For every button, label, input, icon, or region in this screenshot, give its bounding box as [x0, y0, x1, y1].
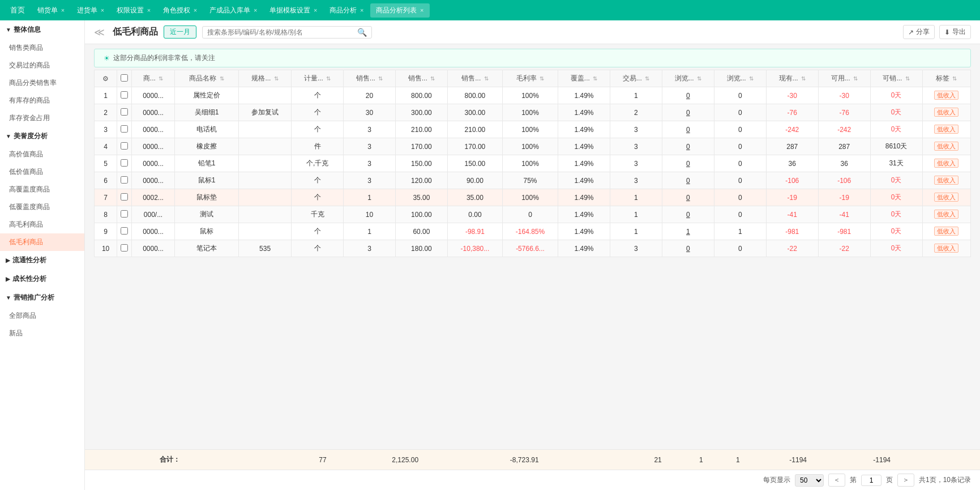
row-checkbox[interactable] [121, 108, 128, 116]
sidebar-group-marketing[interactable]: ▼ 营销推广分析 [0, 288, 84, 307]
row-view2: 0 [714, 172, 766, 189]
prev-page-btn[interactable]: ＜ [828, 474, 845, 487]
nav-permission[interactable]: 权限设置 × [111, 3, 156, 18]
next-page-btn[interactable]: ＞ [897, 474, 914, 487]
nav-goods-analysis[interactable]: 商品分析 × [324, 3, 369, 18]
row-checkbox[interactable] [121, 210, 128, 218]
row-view1[interactable]: 0 [662, 155, 714, 172]
col-coverage[interactable]: 覆盖... ⇅ [558, 70, 610, 87]
col-current-stock[interactable]: 现有... ⇅ [766, 70, 818, 87]
nav-home[interactable]: 首页 [5, 3, 31, 18]
row-checkbox[interactable] [121, 227, 128, 235]
sidebar-item-stock-fund[interactable]: 库存资金占用 [0, 109, 84, 127]
row-spec [239, 189, 292, 206]
row-sales-qty: 30 [344, 104, 396, 121]
col-settings[interactable]: ⚙ [95, 70, 117, 87]
nav-sales[interactable]: 销货单 × [32, 3, 70, 18]
col-name[interactable]: 商品名称 ⇅ [174, 70, 238, 87]
sidebar-item-high-coverage[interactable]: 高覆盖度商品 [0, 181, 84, 198]
col-trade-count[interactable]: 交易... ⇅ [610, 70, 662, 87]
arrow-icon5: ▼ [6, 295, 11, 301]
search-icon[interactable]: 🔍 [357, 28, 367, 37]
nav-template[interactable]: 单据模板设置 × [264, 3, 323, 18]
row-available-stock: -22 [818, 240, 870, 257]
row-name: 鼠标垫 [174, 189, 238, 206]
row-view1[interactable]: 0 [662, 87, 714, 104]
sidebar-item-low-coverage[interactable]: 低覆盖度商品 [0, 198, 84, 216]
nav-purchase[interactable]: 进货单 × [71, 3, 110, 18]
nav-goods-analysis-list[interactable]: 商品分析列表 × [370, 3, 429, 18]
row-checkbox[interactable] [121, 193, 128, 201]
share-icon: ↗ [908, 28, 914, 36]
col-spec[interactable]: 规格... ⇅ [239, 70, 292, 87]
row-gross-margin: 100% [502, 138, 558, 155]
table-wrapper[interactable]: ⚙ 商... ⇅ 商品名称 ⇅ 规格... ⇅ 计量... ⇅ 销售... ⇅ … [85, 70, 980, 449]
row-checkbox[interactable] [121, 91, 128, 99]
row-view1[interactable]: 0 [662, 104, 714, 121]
row-view1[interactable]: 1 [662, 223, 714, 240]
share-button[interactable]: ↗ 分享 [903, 25, 935, 39]
row-view1[interactable]: 0 [662, 121, 714, 138]
row-trade-count: 3 [610, 138, 662, 155]
row-coverage: 1.49% [558, 172, 610, 189]
date-filter-button[interactable]: 近一月 [164, 25, 196, 39]
sidebar-item-high-profit[interactable]: 高毛利商品 [0, 216, 84, 233]
row-checkbox[interactable] [121, 244, 128, 252]
per-page-select[interactable]: 50 20 100 [795, 474, 824, 487]
select-all-checkbox[interactable] [121, 74, 128, 82]
col-sales-profit[interactable]: 销售... ⇅ [447, 70, 502, 87]
export-icon: ⬇ [944, 28, 950, 36]
col-tag[interactable]: 标签 ⇅ [922, 70, 970, 87]
row-view1[interactable]: 0 [662, 240, 714, 257]
row-name: 笔记本 [174, 240, 238, 257]
row-checkbox[interactable] [121, 142, 128, 150]
col-sellable-days[interactable]: 可销... ⇅ [870, 70, 922, 87]
col-view2[interactable]: 浏览... ⇅ [714, 70, 766, 87]
row-view1[interactable]: 0 [662, 138, 714, 155]
row-checkbox[interactable] [121, 125, 128, 133]
sidebar-group-growth[interactable]: ▶ 成长性分析 [0, 270, 84, 288]
row-view1[interactable]: 0 [662, 206, 714, 223]
sidebar-item-high-value[interactable]: 高价值商品 [0, 146, 84, 163]
col-code[interactable]: 商... ⇅ [132, 70, 175, 87]
sidebar-item-sales-goods[interactable]: 销售类商品 [0, 39, 84, 57]
sidebar-item-category-rate[interactable]: 商品分类销售率 [0, 74, 84, 92]
row-checkbox[interactable] [121, 176, 128, 184]
total-info: 共1页，10条记录 [919, 475, 971, 485]
col-sales-qty[interactable]: 销售... ⇅ [344, 70, 396, 87]
header-actions: ↗ 分享 ⬇ 导出 [903, 25, 971, 39]
col-checkbox[interactable] [117, 70, 132, 87]
total-trade-count: 21 [633, 453, 683, 467]
col-view1[interactable]: 浏览... ⇅ [662, 70, 714, 87]
sidebar-item-traded-goods[interactable]: 交易过的商品 [0, 57, 84, 74]
col-gross-margin[interactable]: 毛利率 ⇅ [502, 70, 558, 87]
arrow-icon3: ▶ [6, 257, 10, 263]
search-input[interactable] [207, 28, 357, 36]
row-view1[interactable]: 0 [662, 172, 714, 189]
sidebar-collapse-btn[interactable]: ≪ [94, 26, 105, 39]
row-checkbox[interactable] [121, 159, 128, 167]
col-available-stock[interactable]: 可用... ⇅ [818, 70, 870, 87]
sidebar-group-overall[interactable]: ▼ 整体信息 [0, 20, 84, 39]
col-sales-price[interactable]: 销售... ⇅ [395, 70, 447, 87]
page-number-input[interactable] [861, 475, 881, 486]
sidebar-group-reputation[interactable]: ▼ 美誉度分析 [0, 127, 84, 146]
sidebar-group-circulation[interactable]: ▶ 流通性分析 [0, 251, 84, 270]
export-button[interactable]: ⬇ 导出 [939, 25, 971, 39]
row-code: 0000... [132, 172, 175, 189]
sidebar-item-all-goods[interactable]: 全部商品 [0, 307, 84, 325]
col-unit[interactable]: 计量... ⇅ [292, 70, 344, 87]
row-available-stock: -106 [818, 172, 870, 189]
sidebar-item-low-value[interactable]: 低价值商品 [0, 163, 84, 181]
row-view1[interactable]: 0 [662, 189, 714, 206]
row-name: 测试 [174, 206, 238, 223]
total-sales-profit: -8,723.91 [463, 453, 586, 467]
sidebar-item-new-goods[interactable]: 新品 [0, 325, 84, 342]
row-tag: 低收入 [922, 189, 970, 206]
sidebar-item-low-profit[interactable]: 低毛利商品 [0, 233, 84, 251]
row-available-stock: -41 [818, 206, 870, 223]
row-available-stock: -30 [818, 87, 870, 104]
sidebar-item-stock-goods[interactable]: 有库存的商品 [0, 92, 84, 109]
nav-role[interactable]: 角色授权 × [157, 3, 203, 18]
nav-product-in[interactable]: 产成品入库单 × [204, 3, 263, 18]
